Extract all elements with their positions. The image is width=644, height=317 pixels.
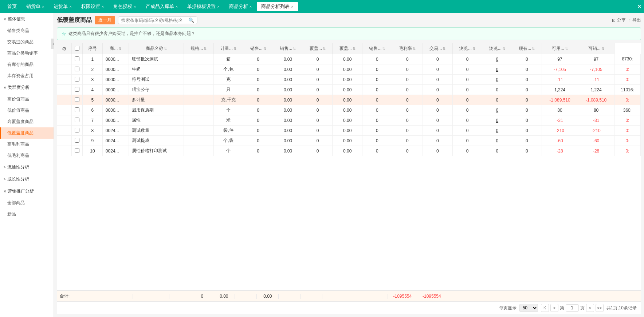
nav-goods-analysis[interactable]: 商品分析 ×: [225, 2, 256, 11]
last-page-button[interactable]: >>: [596, 304, 604, 312]
row-current: -11: [542, 75, 578, 85]
col-gear[interactable]: ⚙: [57, 43, 71, 54]
page-size-select[interactable]: 20 50 100: [519, 304, 538, 312]
nav-home[interactable]: 首页: [3, 2, 21, 11]
row-cover2: 0.00: [333, 95, 362, 105]
nav-goods-analysis-list-close[interactable]: ×: [291, 4, 293, 9]
sidebar-item-traded-goods[interactable]: 交易过的商品: [0, 36, 54, 48]
sidebar-item-new-goods[interactable]: 新品: [0, 209, 54, 220]
sidebar-item-category-rate[interactable]: 商品分类动销率: [0, 48, 54, 59]
select-all-checkbox[interactable]: [75, 46, 79, 51]
sidebar-item-high-gross[interactable]: 高毛利商品: [0, 139, 54, 150]
nav-template-close[interactable]: ×: [217, 4, 219, 9]
row-browse1[interactable]: 0: [482, 54, 512, 64]
row-browse1[interactable]: 0: [482, 115, 512, 126]
row-checkbox[interactable]: [71, 126, 82, 136]
gear-icon[interactable]: ⚙: [62, 46, 67, 52]
row-checkbox[interactable]: [71, 136, 82, 146]
row-browse1[interactable]: 0: [482, 136, 512, 146]
close-all-tabs[interactable]: ×: [638, 3, 641, 10]
nav-role-close[interactable]: ×: [134, 4, 136, 9]
row-current: 80: [542, 105, 578, 115]
row-browse1[interactable]: 0: [482, 95, 512, 105]
sidebar-section-circulation[interactable]: > 流通性分析: [0, 161, 54, 173]
row-checkbox[interactable]: [71, 115, 82, 126]
nav-permission-label: 权限设置: [81, 3, 100, 10]
export-button[interactable]: ↑ 导出: [629, 17, 641, 23]
row-spec: [184, 54, 214, 64]
row-code: 0024...: [102, 146, 129, 156]
row-checkbox[interactable]: [71, 85, 82, 95]
nav-role[interactable]: 角色授权 ×: [109, 2, 140, 11]
row-checkbox[interactable]: [71, 146, 82, 156]
row-browse1[interactable]: 0: [482, 64, 512, 75]
row-unit: 只: [213, 85, 243, 95]
search-input[interactable]: [121, 18, 187, 23]
row-sales-qty: 0: [243, 126, 273, 136]
share-label: 分享: [617, 17, 626, 23]
nav-sales-order[interactable]: 销货单 ×: [22, 2, 48, 11]
row-browse1[interactable]: 0: [482, 126, 512, 136]
nav-sales-close[interactable]: ×: [42, 4, 44, 9]
row-saleable: 0:: [614, 95, 640, 105]
export-icon: ↑: [629, 18, 631, 23]
sidebar-section-marketing[interactable]: ∨ 营销推广分析: [0, 185, 54, 197]
sidebar-section-cluster[interactable]: ∨ 类群度分析: [0, 82, 54, 94]
sidebar-item-high-value[interactable]: 高价值商品: [0, 94, 54, 105]
sidebar-item-low-value[interactable]: 低价值商品: [0, 105, 54, 116]
sidebar-item-low-gross[interactable]: 低毛利商品: [0, 150, 54, 161]
overall-arrow: ∨: [4, 17, 6, 21]
row-gross-rate: 0: [423, 75, 453, 85]
row-browse1[interactable]: 0: [482, 146, 512, 156]
row-unit: 个: [213, 105, 243, 115]
col-browse1: 浏览...⇅: [452, 43, 482, 54]
row-checkbox[interactable]: [71, 54, 82, 64]
row-browse1[interactable]: 0: [482, 75, 512, 85]
nav-product-inbound-close[interactable]: ×: [176, 4, 178, 9]
col-spec: 规格...⇅: [184, 43, 214, 54]
row-unit: 袋,件: [213, 126, 243, 136]
top-nav: 首页 销货单 × 进货单 × 权限设置 × 角色授权 × 产成品入库单 × 单据…: [0, 0, 644, 13]
prev-page-button[interactable]: <: [550, 304, 558, 312]
row-sales-qty: 0: [243, 54, 273, 64]
row-checkbox[interactable]: [71, 75, 82, 85]
table-row: 1 0000... 旺铺批次测试 箱 0 0.00 0 0.00 0 0 0 0…: [57, 54, 641, 64]
row-checkbox[interactable]: [71, 105, 82, 115]
page-number-input[interactable]: [566, 304, 579, 312]
sidebar-item-stock-funds[interactable]: 库存资金占用: [0, 70, 54, 82]
nav-template[interactable]: 单据模板设置 ×: [183, 2, 224, 11]
time-filter-button[interactable]: 近一月: [95, 16, 115, 24]
nav-permission-close[interactable]: ×: [102, 4, 104, 9]
sidebar-item-low-coverage[interactable]: 低覆盖度商品: [0, 127, 54, 139]
row-browse1[interactable]: 0: [482, 85, 512, 95]
share-button[interactable]: ⊡ 分享: [612, 17, 626, 23]
nav-goods-analysis-list[interactable]: 商品分析列表 ×: [257, 2, 298, 11]
sidebar-item-all-goods[interactable]: 全部商品: [0, 197, 54, 209]
row-index: 9: [82, 136, 102, 146]
row-checkbox[interactable]: [71, 64, 82, 75]
row-browse1[interactable]: 0: [482, 105, 512, 115]
sidebar-item-in-stock[interactable]: 有库存的商品: [0, 59, 54, 70]
sidebar-section-overall[interactable]: ∨ 整体信息: [0, 13, 54, 25]
row-gear: [57, 85, 71, 95]
row-browse2: 0: [512, 105, 542, 115]
row-gear: [57, 95, 71, 105]
sidebar-collapse-btn[interactable]: «: [51, 39, 54, 49]
search-icon[interactable]: 🔍: [188, 17, 194, 23]
next-page-button[interactable]: >: [586, 304, 594, 312]
row-browse2: 0: [512, 136, 542, 146]
row-cover3: 0: [362, 95, 392, 105]
row-cover1: 0: [303, 95, 333, 105]
nav-permission[interactable]: 权限设置 ×: [77, 2, 108, 11]
nav-goods-analysis-close[interactable]: ×: [250, 4, 252, 9]
sidebar-section-growth[interactable]: > 成长性分析: [0, 173, 54, 185]
nav-product-inbound[interactable]: 产成品入库单 ×: [141, 2, 182, 11]
row-checkbox[interactable]: [71, 95, 82, 105]
row-available: 80: [578, 105, 614, 115]
first-page-button[interactable]: K: [541, 304, 549, 312]
sidebar-item-high-coverage[interactable]: 高覆盖度商品: [0, 116, 54, 127]
footer-cover2: 0.00: [257, 294, 279, 299]
sidebar-item-sales-goods[interactable]: 销售类商品: [0, 25, 54, 36]
nav-purchase[interactable]: 进货单 ×: [49, 2, 76, 11]
nav-purchase-close[interactable]: ×: [69, 4, 71, 9]
